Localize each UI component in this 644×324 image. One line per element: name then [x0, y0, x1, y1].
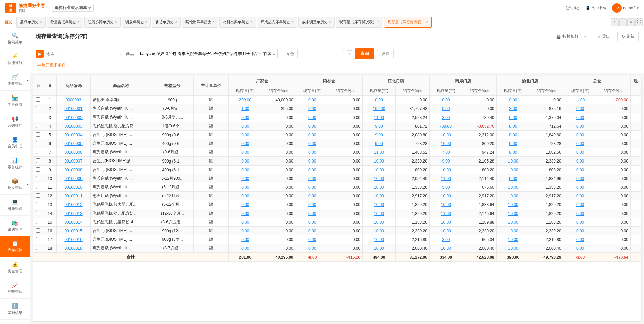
row-check[interactable]: [33, 113, 43, 122]
messages-btn[interactable]: 💬 消息: [566, 5, 580, 11]
qty-link4[interactable]: 7.00: [442, 150, 450, 155]
code-link[interactable]: 00100012: [64, 202, 82, 207]
qty-link2[interactable]: 0.00: [308, 246, 316, 251]
qty-link4[interactable]: 9.00: [442, 159, 450, 164]
qty-link3[interactable]: 0.00: [375, 98, 383, 102]
qty-link2[interactable]: 0.00: [308, 150, 316, 155]
qty-link6[interactable]: 0.00: [576, 150, 584, 155]
tab-outbound[interactable]: 其他出库单历史 ×: [182, 17, 218, 28]
sidebar-item-retail[interactable]: 🛒 零售管理: [0, 70, 30, 91]
nav-next-btn[interactable]: ›: [619, 18, 627, 26]
info-icon3[interactable]: ①: [419, 89, 422, 93]
close-tab-icon8[interactable]: ×: [291, 20, 293, 24]
sidebar-item-basic[interactable]: ℹ️ 基础信息: [0, 299, 30, 320]
nav-expand-btn[interactable]: ⛶: [635, 18, 643, 26]
qty-link[interactable]: 0.00: [241, 229, 249, 233]
row-check[interactable]: [33, 227, 43, 235]
close-tab-icon5[interactable]: ×: [175, 20, 177, 24]
sidebar-item-wholesale[interactable]: 📦 批发管理: [0, 174, 30, 195]
qty-link3[interactable]: 10.00: [374, 159, 384, 164]
tab-finished-goods[interactable]: 产成品入库单历史 ×: [257, 17, 297, 28]
qty-link[interactable]: 0.00: [241, 133, 249, 137]
qty-link3[interactable]: 10.00: [374, 229, 384, 233]
code-link[interactable]: 00100005: [64, 141, 82, 146]
code-link[interactable]: 00100014: [64, 220, 82, 225]
qty-link5[interactable]: 10.00: [508, 185, 518, 190]
sidebar-item-search[interactable]: 🔍 搜索英单: [0, 28, 30, 49]
query-btn[interactable]: 查询: [355, 48, 374, 59]
code-link[interactable]: 00100002: [64, 115, 82, 120]
sidebar-item-ecommerce[interactable]: 💻 电商管理: [0, 195, 30, 216]
qty-link3[interactable]: 10.00: [374, 202, 384, 207]
row-check[interactable]: [33, 104, 43, 113]
qty-link4[interactable]: -39.00: [440, 124, 452, 129]
table-container[interactable]: ⚙ # 商品编码 商品名称 规格型号 主计量单位 厂家仓 陌村仓 江北门店 南岸…: [33, 76, 641, 321]
qty-link5[interactable]: 10.00: [508, 194, 518, 198]
row-check[interactable]: [33, 148, 43, 157]
tab-sub-inventory[interactable]: 分量盘点单历史 ×: [47, 17, 83, 28]
code-link[interactable]: 00100011: [64, 194, 82, 198]
qty-link2[interactable]: 0.00: [308, 98, 316, 102]
close-tab-icon[interactable]: ×: [40, 20, 42, 24]
qty-link5[interactable]: 10.00: [508, 246, 518, 251]
qty-link[interactable]: 0.00: [241, 124, 249, 129]
qty-link3[interactable]: 10.00: [374, 176, 384, 181]
qty-link2[interactable]: 0.00: [308, 202, 316, 207]
row-check[interactable]: [33, 122, 43, 131]
settings-gear-icon[interactable]: ⚙: [36, 84, 40, 88]
qty-link6[interactable]: 0.00: [576, 202, 584, 207]
qty-link2[interactable]: 0.00: [308, 159, 316, 164]
qty-link5[interactable]: 6.00: [509, 115, 517, 120]
qty-link[interactable]: 0.00: [241, 150, 249, 155]
qty-link4[interactable]: 10.00: [441, 168, 451, 172]
qty-link6[interactable]: 0.00: [576, 159, 584, 164]
qty-link[interactable]: 0.00: [241, 141, 249, 146]
qty-link4[interactable]: 3.00: [442, 237, 450, 242]
qty-link2[interactable]: 0.00: [308, 220, 316, 225]
sidebar-item-system[interactable]: ⚙️ 系统管理: [0, 320, 30, 324]
row-check[interactable]: [33, 96, 43, 104]
app-download-btn[interactable]: 📱 App下载: [585, 5, 607, 11]
qty-link6[interactable]: 0.00: [576, 185, 584, 190]
qty-link5[interactable]: 8.00: [509, 150, 517, 155]
qty-link2[interactable]: 0.00: [308, 124, 316, 129]
qty-link2[interactable]: 0.00: [308, 194, 316, 198]
qty-link5[interactable]: 10.00: [508, 229, 518, 233]
qty-link2[interactable]: 0.00: [308, 106, 316, 111]
tab-cost-adj[interactable]: 成本调整单历史 ×: [298, 17, 335, 28]
qty-link3[interactable]: 9.00: [375, 133, 383, 137]
tab-requisition[interactable]: 要货单历史 ×: [152, 17, 181, 28]
qty-link2[interactable]: 0.00: [308, 115, 316, 120]
qty-link4[interactable]: 10.00: [441, 246, 451, 251]
qty-link5[interactable]: 10.00: [508, 202, 518, 207]
qty-link4[interactable]: 5.00: [442, 185, 450, 190]
qty-link5[interactable]: 8.00: [509, 124, 517, 129]
qty-link3[interactable]: 10.00: [374, 237, 384, 242]
qty-link3[interactable]: 11.00: [374, 150, 384, 155]
row-check[interactable]: [33, 209, 43, 218]
qty-link2[interactable]: 0.00: [308, 133, 316, 137]
qty-link3[interactable]: 11.00: [374, 115, 384, 120]
close-tab-icon6[interactable]: ×: [213, 20, 215, 24]
close-tab-icon11[interactable]: ×: [426, 20, 428, 24]
qty-link2[interactable]: 0.00: [308, 141, 316, 146]
qty-link5[interactable]: 10.00: [508, 211, 518, 216]
qty-link6[interactable]: 0.00: [576, 176, 584, 181]
qty-link3[interactable]: 10.00: [374, 211, 384, 216]
qty-link[interactable]: 0.00: [241, 115, 249, 120]
tab-material[interactable]: 材料出库单历史 ×: [219, 17, 256, 28]
industry-dropdown[interactable]: 母婴行业演示陈套 ▾: [52, 4, 94, 12]
qty-link3[interactable]: 9.00: [375, 141, 383, 146]
qty-link[interactable]: 0.00: [241, 237, 249, 242]
code-link[interactable]: 00100009: [64, 176, 82, 181]
tab-home[interactable]: 首页: [1, 17, 15, 28]
qty-link3[interactable]: 109.00: [373, 106, 385, 111]
qty-link6[interactable]: 0.00: [576, 211, 584, 216]
sidebar-item-mall[interactable]: 🏪 零售商城: [0, 91, 30, 111]
qty-link6[interactable]: 0.00: [576, 133, 584, 137]
qty-link4[interactable]: 10.00: [441, 220, 451, 225]
sidebar-item-operation[interactable]: 📈 经营管理: [0, 278, 30, 299]
info-icon1[interactable]: ①: [285, 89, 288, 93]
qty-link[interactable]: 0.00: [241, 185, 249, 190]
qty-link2[interactable]: 0.00: [308, 229, 316, 233]
